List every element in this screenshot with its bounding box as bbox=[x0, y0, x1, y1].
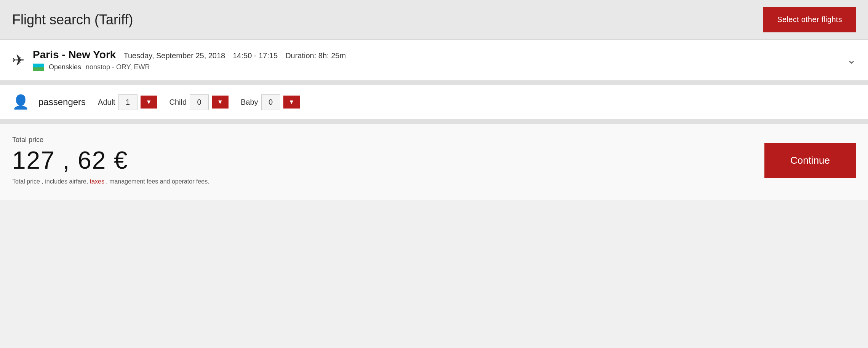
passengers-section: 👤 passengers Adult 1 ▼ Child 0 ▼ Baby 0 … bbox=[0, 85, 868, 121]
flight-left: ✈ Paris - New York Tuesday, September 25… bbox=[12, 49, 346, 71]
flight-route: Paris - New York bbox=[33, 49, 116, 61]
page-title: Flight search (Tariff) bbox=[12, 12, 133, 28]
chevron-down-icon[interactable]: ⌄ bbox=[847, 54, 856, 66]
baby-dropdown-button[interactable]: ▼ bbox=[283, 96, 300, 109]
child-chevron-icon: ▼ bbox=[217, 99, 223, 105]
total-price-label: Total price bbox=[12, 136, 209, 144]
baby-label: Baby bbox=[241, 98, 258, 107]
baby-value: 0 bbox=[261, 94, 280, 110]
price-note: Total price , includes airfare, taxes , … bbox=[12, 178, 209, 185]
adult-group: Adult 1 ▼ bbox=[98, 94, 157, 110]
select-other-flights-button[interactable]: Select other flights bbox=[763, 7, 856, 32]
adult-label: Adult bbox=[98, 98, 115, 107]
baby-group: Baby 0 ▼ bbox=[241, 94, 300, 110]
section-separator-1 bbox=[0, 82, 868, 85]
header: Flight search (Tariff) Select other flig… bbox=[0, 0, 868, 40]
section-separator-2 bbox=[0, 121, 868, 124]
flight-details: Paris - New York Tuesday, September 25, … bbox=[33, 49, 346, 71]
passengers-label: passengers bbox=[38, 97, 86, 107]
child-dropdown-button[interactable]: ▼ bbox=[212, 96, 229, 109]
adult-chevron-icon: ▼ bbox=[146, 99, 152, 105]
person-icon: 👤 bbox=[12, 94, 29, 110]
flight-route-line: Paris - New York Tuesday, September 25, … bbox=[33, 49, 346, 61]
price-left: Total price 127 , 62 € Total price , inc… bbox=[12, 136, 209, 185]
passengers-row: 👤 passengers Adult 1 ▼ Child 0 ▼ Baby 0 … bbox=[12, 94, 856, 110]
flight-duration: Duration: 8h: 25m bbox=[285, 51, 346, 60]
baby-chevron-icon: ▼ bbox=[289, 99, 295, 105]
flight-time: 14:50 - 17:15 bbox=[233, 51, 278, 60]
price-note-after: , management fees and operator fees. bbox=[106, 178, 209, 185]
price-amount: 127 , 62 € bbox=[12, 146, 209, 174]
continue-button[interactable]: Continue bbox=[764, 143, 856, 178]
child-value: 0 bbox=[190, 94, 209, 110]
taxes-link[interactable]: taxes bbox=[90, 178, 104, 185]
plane-icon: ✈ bbox=[12, 53, 25, 68]
flight-row: ✈ Paris - New York Tuesday, September 25… bbox=[12, 49, 856, 71]
child-label: Child bbox=[169, 98, 187, 107]
airline-name: Openskies bbox=[49, 63, 81, 71]
adult-value: 1 bbox=[118, 94, 137, 110]
flight-stops: nonstop - ORY, EWR bbox=[86, 63, 150, 71]
airline-logo bbox=[33, 64, 44, 71]
child-group: Child 0 ▼ bbox=[169, 94, 229, 110]
adult-dropdown-button[interactable]: ▼ bbox=[141, 96, 157, 109]
flight-meta: Openskies nonstop - ORY, EWR bbox=[33, 63, 346, 71]
price-section: Total price 127 , 62 € Total price , inc… bbox=[0, 124, 868, 200]
price-note-before: Total price , includes airfare, bbox=[12, 178, 88, 185]
flight-date: Tuesday, September 25, 2018 bbox=[123, 51, 225, 60]
flight-section: ✈ Paris - New York Tuesday, September 25… bbox=[0, 40, 868, 82]
